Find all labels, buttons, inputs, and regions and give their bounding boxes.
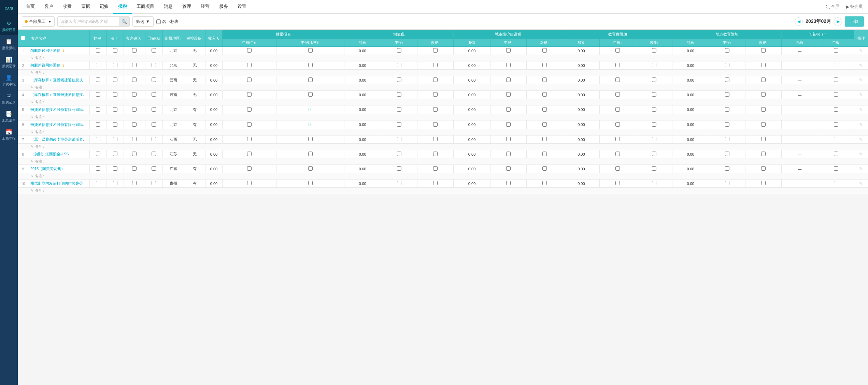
declared-checkbox[interactable]: [152, 92, 156, 97]
zengzhi-mianshui-cb[interactable]: [433, 63, 438, 67]
note-edit-icon[interactable]: ✎: [30, 159, 33, 163]
caishui-year-cb[interactable]: [247, 137, 252, 141]
zengzhi-mianshui-cb[interactable]: [433, 166, 438, 171]
company-name-link[interactable]: （原）误删勿改李艳芬测试斯赛新1: [30, 137, 89, 141]
edit-icon[interactable]: ✎: [859, 122, 863, 127]
edit-icon[interactable]: ✎: [859, 152, 863, 157]
jiaoyu-declare-cb[interactable]: [615, 137, 620, 141]
prev-month-button[interactable]: ◀: [795, 17, 803, 26]
confirm-checkbox[interactable]: [132, 92, 137, 97]
company-name-link[interactable]: 勿删新锐网络通信: [30, 48, 60, 53]
nav-jingying[interactable]: 经营: [196, 0, 214, 14]
jiaoyu-declare-cb[interactable]: [615, 181, 620, 185]
zengzhi-mianshui-cb[interactable]: [433, 122, 438, 127]
declared-checkbox[interactable]: [152, 107, 156, 112]
caishui-month-cb[interactable]: [308, 48, 313, 53]
caishui-year-cb[interactable]: [247, 166, 252, 171]
nav-fuwu[interactable]: 服务: [214, 0, 233, 14]
jiaoyu-declare-cb[interactable]: [615, 122, 620, 127]
sidebar-item-huizong[interactable]: 📑 汇总清单: [0, 108, 18, 126]
chengshi-mianshui-cb[interactable]: [542, 48, 547, 53]
copy-tax-checkbox[interactable]: [96, 166, 100, 171]
chengshi-declare-cb[interactable]: [506, 63, 511, 67]
difang-mianshui-cb[interactable]: [761, 137, 766, 141]
sidebar-item-nianbao[interactable]: 📅 工商年报: [0, 126, 18, 144]
confirm-checkbox[interactable]: [132, 166, 137, 171]
copy-tax-checkbox[interactable]: [96, 77, 100, 82]
chengshi-mianshui-cb[interactable]: [542, 181, 547, 185]
zengzhi-declare-cb[interactable]: [397, 137, 401, 141]
search-input[interactable]: [58, 19, 119, 24]
chengshi-declare-cb[interactable]: [506, 77, 511, 82]
employee-filter[interactable]: 全部员工 ▼: [22, 16, 55, 27]
confirm-checkbox[interactable]: [132, 122, 137, 127]
zengzhi-declare-cb[interactable]: [397, 122, 401, 127]
note-edit-icon[interactable]: ✎: [30, 100, 33, 104]
copy-tax-checkbox[interactable]: [96, 92, 100, 97]
caishui-month-cb[interactable]: [308, 92, 313, 97]
edit-icon[interactable]: ✎: [859, 166, 863, 171]
sidebar-item-baoshui-shezhi[interactable]: ⚙ 报税设置: [0, 17, 18, 35]
chengshi-declare-cb[interactable]: [506, 92, 511, 97]
clear-card-checkbox[interactable]: [113, 48, 117, 53]
jiaoyu-mianshui-cb[interactable]: [652, 48, 656, 53]
note-edit-icon[interactable]: ✎: [30, 174, 33, 178]
name-tag[interactable]: 名下标表: [156, 19, 179, 25]
info-icon[interactable]: ℹ: [62, 48, 64, 53]
zengzhi-declare-cb[interactable]: [397, 92, 401, 97]
confirm-checkbox[interactable]: [132, 63, 137, 67]
chengshi-mianshui-cb[interactable]: [542, 166, 547, 171]
difang-declare-cb[interactable]: [725, 92, 729, 97]
zengzhi-declare-cb[interactable]: [397, 77, 401, 82]
copy-tax-checkbox[interactable]: [96, 137, 100, 141]
copy-tax-checkbox[interactable]: [96, 122, 100, 127]
yinhua-declare-cb[interactable]: [834, 137, 838, 141]
name-tag-checkbox[interactable]: [156, 19, 161, 24]
yinhua-declare-cb[interactable]: [834, 122, 838, 127]
zengzhi-mianshui-cb[interactable]: [433, 48, 438, 53]
clear-card-checkbox[interactable]: [113, 137, 117, 141]
clear-card-checkbox[interactable]: [113, 181, 117, 185]
difang-declare-cb[interactable]: [725, 63, 729, 67]
jiaoyu-declare-cb[interactable]: [615, 166, 620, 171]
confirm-checkbox[interactable]: [132, 181, 137, 185]
edit-icon[interactable]: ✎: [859, 92, 863, 97]
confirm-checkbox[interactable]: [132, 48, 137, 53]
zengzhi-mianshui-cb[interactable]: [433, 137, 438, 141]
difang-declare-cb[interactable]: [725, 77, 729, 82]
edit-icon[interactable]: ✎: [859, 107, 863, 112]
difang-declare-cb[interactable]: [725, 48, 729, 53]
edit-icon[interactable]: ✎: [859, 63, 863, 68]
chengshi-declare-cb[interactable]: [506, 166, 511, 171]
edit-icon[interactable]: ✎: [859, 77, 863, 83]
zengzhi-mianshui-cb[interactable]: [433, 152, 438, 156]
yinhua-declare-cb[interactable]: [834, 107, 838, 112]
download-button[interactable]: 下载: [845, 16, 864, 27]
confirm-checkbox[interactable]: [132, 77, 137, 82]
copy-tax-checkbox[interactable]: [96, 152, 100, 156]
difang-mianshui-cb[interactable]: [761, 166, 766, 171]
caishui-year-cb[interactable]: [247, 107, 252, 112]
jiaoyu-declare-cb[interactable]: [615, 92, 620, 97]
difang-declare-cb[interactable]: [725, 152, 729, 156]
nav-piaoju[interactable]: 票据: [76, 0, 95, 14]
difang-declare-cb[interactable]: [725, 181, 729, 185]
chengshi-declare-cb[interactable]: [506, 48, 511, 53]
nav-jizhi[interactable]: 记账: [95, 0, 113, 14]
sidebar-item-baoshui-jilan[interactable]: 📊 报税记录: [0, 53, 18, 71]
caishui-month-cb[interactable]: [308, 137, 313, 141]
jiaoyu-mianshui-cb[interactable]: [652, 92, 656, 97]
jiaoyu-declare-cb[interactable]: [615, 152, 620, 156]
clear-card-checkbox[interactable]: [113, 122, 117, 127]
chengshi-declare-cb[interactable]: [506, 152, 511, 156]
caishui-month-cb[interactable]: [308, 152, 313, 156]
company-name-link[interactable]: （库存核算）直播畅捷通信息技术股份有限...: [30, 78, 90, 82]
declared-checkbox[interactable]: [152, 152, 156, 156]
company-name-link[interactable]: 畅捷通信息技术股份有限公司民非测试: [30, 123, 90, 127]
company-name-link[interactable]: 勿删新锐网络通信: [30, 63, 60, 67]
clear-card-checkbox[interactable]: [113, 63, 117, 67]
clear-card-checkbox[interactable]: [113, 152, 117, 156]
next-month-button[interactable]: ▶: [834, 17, 842, 26]
clear-card-checkbox[interactable]: [113, 92, 117, 97]
confirm-checkbox[interactable]: [132, 137, 137, 141]
